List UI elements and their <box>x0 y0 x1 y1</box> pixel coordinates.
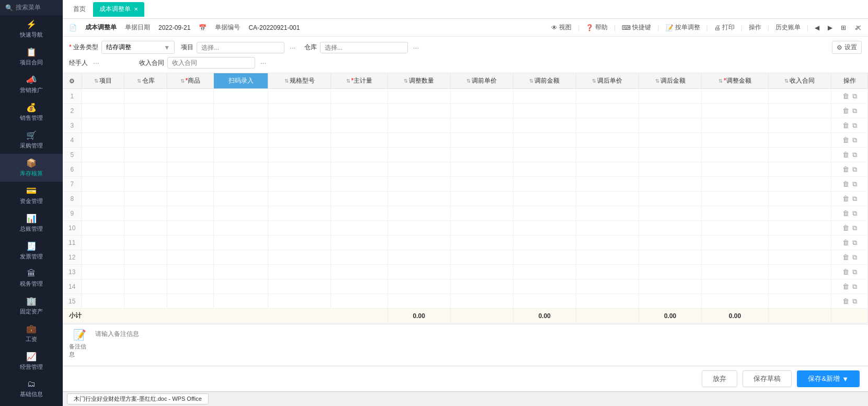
cell-unit[interactable] <box>331 118 387 133</box>
cell-after-amount[interactable] <box>639 133 702 148</box>
cell-scan[interactable] <box>214 265 268 279</box>
cell-unit[interactable] <box>331 104 387 118</box>
help-btn[interactable]: ❓ 帮助 <box>584 22 610 33</box>
cell-adjust-amount[interactable] <box>702 206 769 221</box>
cell-after-amount[interactable] <box>639 279 702 294</box>
col-adjust-amount[interactable]: ⇅*调整金额 <box>702 73 769 89</box>
cell-adjust-amount[interactable] <box>702 133 769 148</box>
table-row[interactable]: 13 🗑 ⧉ <box>63 265 868 279</box>
copy-row-btn[interactable]: ⧉ <box>852 180 857 188</box>
copy-row-btn[interactable]: ⧉ <box>852 107 857 115</box>
cell-product[interactable] <box>167 104 213 118</box>
delete-row-btn[interactable]: 🗑 <box>842 209 849 217</box>
cell-unit[interactable] <box>331 294 387 309</box>
cell-adjust-amount[interactable] <box>702 250 769 265</box>
col-adjust-qty[interactable]: ⇅调整数量 <box>387 73 450 89</box>
cell-after-price[interactable] <box>576 250 638 265</box>
cell-warehouse[interactable] <box>124 89 167 104</box>
table-row[interactable]: 8 🗑 ⧉ <box>63 191 868 206</box>
table-row[interactable]: 4 🗑 ⧉ <box>63 133 868 148</box>
cell-before-price[interactable] <box>450 279 513 294</box>
delete-row-btn[interactable]: 🗑 <box>842 151 849 159</box>
cell-adjust-qty[interactable] <box>387 89 450 104</box>
cell-adjust-qty[interactable] <box>387 279 450 294</box>
cell-project[interactable] <box>82 221 124 235</box>
cell-warehouse[interactable] <box>124 191 167 206</box>
cell-after-price[interactable] <box>576 191 638 206</box>
cell-product[interactable] <box>167 162 213 177</box>
cell-product[interactable] <box>167 206 213 221</box>
cell-before-price[interactable] <box>450 191 513 206</box>
cell-warehouse[interactable] <box>124 235 167 250</box>
cell-adjust-qty[interactable] <box>387 133 450 148</box>
taskbar-item[interactable]: 木门行业好业财处理方案-墨红红.doc - WPS Office <box>67 393 209 404</box>
col-project[interactable]: ⇅项目 <box>82 73 124 89</box>
cell-adjust-amount[interactable] <box>702 162 769 177</box>
cell-product[interactable] <box>167 279 213 294</box>
cell-warehouse[interactable] <box>124 162 167 177</box>
cell-before-amount[interactable] <box>513 250 576 265</box>
sidebar-item-marketing[interactable]: 📣 营销推广 <box>0 71 63 98</box>
cell-adjust-qty[interactable] <box>387 177 450 191</box>
cell-product[interactable] <box>167 250 213 265</box>
cell-adjust-amount[interactable] <box>702 235 769 250</box>
copy-row-btn[interactable]: ⧉ <box>852 165 857 174</box>
cell-before-price[interactable] <box>450 162 513 177</box>
cell-adjust-amount[interactable] <box>702 191 769 206</box>
cell-unit[interactable] <box>331 265 387 279</box>
cell-before-price[interactable] <box>450 177 513 191</box>
cell-scan[interactable] <box>214 162 268 177</box>
cell-before-price[interactable] <box>450 265 513 279</box>
cell-spec[interactable] <box>268 279 331 294</box>
income-contract-input[interactable] <box>167 57 255 69</box>
cell-warehouse[interactable] <box>124 279 167 294</box>
table-row[interactable]: 11 🗑 ⧉ <box>63 235 868 250</box>
cell-spec[interactable] <box>268 133 331 148</box>
warehouse-input[interactable] <box>320 42 408 53</box>
copy-row-btn[interactable]: ⧉ <box>852 253 857 262</box>
cell-after-amount[interactable] <box>639 250 702 265</box>
cell-before-price[interactable] <box>450 221 513 235</box>
col-scan[interactable]: 扫码录入 <box>214 73 268 89</box>
cell-before-price[interactable] <box>450 235 513 250</box>
sidebar-item-basic-info[interactable]: 🗂 基础信息 <box>0 375 63 402</box>
window-close-btn[interactable]: ✕ <box>855 23 862 33</box>
col-income-contract[interactable]: ⇅收入合同 <box>768 73 831 89</box>
cell-before-amount[interactable] <box>513 133 576 148</box>
cell-unit[interactable] <box>331 279 387 294</box>
cell-adjust-amount[interactable] <box>702 177 769 191</box>
cell-adjust-amount[interactable] <box>702 104 769 118</box>
cell-spec[interactable] <box>268 265 331 279</box>
calendar-icon[interactable]: 📅 <box>199 24 207 31</box>
cell-before-amount[interactable] <box>513 104 576 118</box>
cell-adjust-amount[interactable] <box>702 89 769 104</box>
cell-before-price[interactable] <box>450 118 513 133</box>
cell-before-price[interactable] <box>450 89 513 104</box>
cell-income-contract[interactable] <box>768 279 831 294</box>
cell-unit[interactable] <box>331 250 387 265</box>
cell-product[interactable] <box>167 294 213 309</box>
cell-adjust-qty[interactable] <box>387 221 450 235</box>
sidebar-item-project[interactable]: 📋 项目合同 <box>0 43 63 71</box>
cell-after-amount[interactable] <box>639 162 702 177</box>
cell-income-contract[interactable] <box>768 89 831 104</box>
cell-warehouse[interactable] <box>124 294 167 309</box>
delete-row-btn[interactable]: 🗑 <box>842 297 849 305</box>
col-unit[interactable]: ⇅*主计量 <box>331 73 387 89</box>
cell-spec[interactable] <box>268 294 331 309</box>
copy-row-btn[interactable]: ⧉ <box>852 297 857 306</box>
cell-project[interactable] <box>82 206 124 221</box>
cell-project[interactable] <box>82 235 124 250</box>
delete-row-btn[interactable]: 🗑 <box>842 180 849 188</box>
copy-row-btn[interactable]: ⧉ <box>852 92 857 100</box>
cell-unit[interactable] <box>331 89 387 104</box>
cell-project[interactable] <box>82 279 124 294</box>
operate-btn[interactable]: 操作 <box>747 22 763 33</box>
cell-income-contract[interactable] <box>768 148 831 162</box>
cell-after-amount[interactable] <box>639 89 702 104</box>
table-row[interactable]: 5 🗑 ⧉ <box>63 148 868 162</box>
cell-spec[interactable] <box>268 206 331 221</box>
cell-after-price[interactable] <box>576 294 638 309</box>
col-after-price[interactable]: ⇅调后单价 <box>576 73 638 89</box>
copy-row-btn[interactable]: ⧉ <box>852 283 857 291</box>
